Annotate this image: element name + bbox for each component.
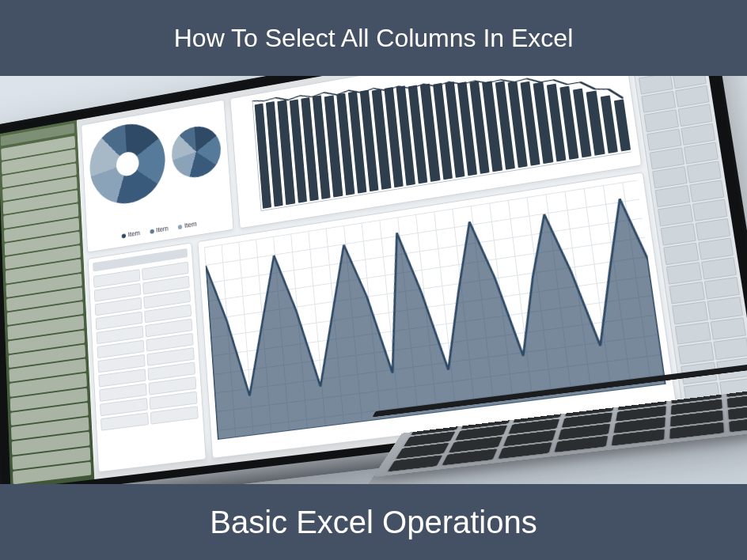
right-cell — [661, 223, 696, 245]
laptop-illustration: Item Item Item — [0, 76, 747, 484]
tutorial-card: How To Select All Columns In Excel — [0, 0, 747, 560]
right-cell — [703, 277, 740, 300]
right-cell — [700, 257, 737, 280]
pie-chart-icon — [170, 123, 222, 181]
legend-item: Item — [122, 229, 141, 240]
right-cell — [675, 321, 711, 344]
right-cell — [710, 317, 746, 340]
right-cell — [658, 204, 693, 226]
page-title: How To Select All Columns In Excel — [174, 24, 574, 53]
right-cell — [666, 263, 702, 286]
right-cell — [695, 218, 730, 241]
right-cell — [698, 238, 734, 261]
right-cell — [692, 199, 727, 221]
right-cell — [707, 297, 743, 320]
legend-swatch-icon — [178, 225, 183, 229]
legend-label: Item — [127, 229, 140, 239]
legend-label: Item — [156, 225, 169, 234]
illustration-stage: Item Item Item — [0, 76, 747, 484]
right-cell — [677, 342, 714, 365]
right-cell — [713, 337, 747, 360]
category-label: Basic Excel Operations — [210, 505, 537, 540]
donut-chart-icon — [88, 118, 167, 209]
right-cell — [663, 243, 699, 266]
pie-chart-panel: Item Item Item — [81, 100, 233, 253]
legend-item: Item — [178, 220, 197, 230]
legend-swatch-icon — [150, 229, 154, 233]
legend-item: Item — [150, 225, 169, 235]
right-cell — [672, 301, 707, 324]
right-cell — [669, 282, 704, 305]
legend-swatch-icon — [122, 233, 127, 238]
pie-legend: Item Item Item — [122, 220, 197, 239]
data-list-panel — [88, 242, 207, 472]
category-band: Basic Excel Operations — [0, 484, 747, 560]
title-band: How To Select All Columns In Excel — [0, 0, 747, 76]
legend-label: Item — [184, 220, 197, 229]
